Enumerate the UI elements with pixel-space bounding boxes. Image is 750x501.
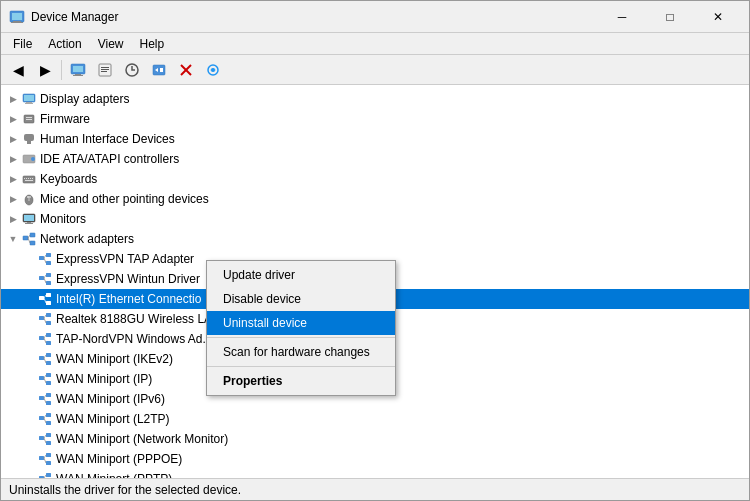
expander-ide[interactable]: ▶ xyxy=(5,151,21,167)
svg-rect-6 xyxy=(75,74,81,75)
toolbar-separator-1 xyxy=(61,60,62,80)
svg-rect-1 xyxy=(12,13,22,20)
firmware-label: Firmware xyxy=(40,112,90,126)
menu-file[interactable]: File xyxy=(5,33,40,54)
wan-pptp-icon xyxy=(37,471,53,478)
svg-rect-101 xyxy=(39,456,44,460)
svg-rect-102 xyxy=(46,453,51,457)
menu-action[interactable]: Action xyxy=(40,33,89,54)
menu-view[interactable]: View xyxy=(90,33,132,54)
ide-label: IDE ATA/ATAPI controllers xyxy=(40,152,179,166)
svg-line-50 xyxy=(28,238,30,243)
svg-rect-31 xyxy=(23,176,35,183)
svg-line-89 xyxy=(44,395,46,398)
svg-rect-78 xyxy=(46,361,51,365)
svg-rect-57 xyxy=(46,273,51,277)
toolbar-computer[interactable] xyxy=(65,57,91,83)
wan-ip-icon xyxy=(37,371,53,387)
menu-help[interactable]: Help xyxy=(132,33,173,54)
maximize-button[interactable]: □ xyxy=(647,1,693,33)
expander-monitors[interactable]: ▶ xyxy=(5,211,21,227)
svg-rect-22 xyxy=(26,102,32,103)
ctx-update-driver[interactable]: Update driver xyxy=(207,263,395,287)
tree-item-firmware[interactable]: ▶ Firmware xyxy=(1,109,749,129)
svg-line-60 xyxy=(44,278,46,283)
ctx-properties[interactable]: Properties xyxy=(207,369,395,393)
ctx-separator-2 xyxy=(207,366,395,367)
svg-rect-27 xyxy=(24,134,34,141)
svg-rect-28 xyxy=(27,141,31,144)
svg-rect-87 xyxy=(46,393,51,397)
svg-line-74 xyxy=(44,335,46,338)
ctx-scan-hardware[interactable]: Scan for hardware changes xyxy=(207,340,395,364)
tree-item-display[interactable]: ▶ Display adapters xyxy=(1,89,749,109)
expander-firmware[interactable]: ▶ xyxy=(5,111,21,127)
toolbar-uninstall[interactable] xyxy=(173,57,199,83)
toolbar-scan[interactable] xyxy=(200,57,226,83)
svg-rect-36 xyxy=(32,178,33,179)
network-icon xyxy=(21,231,37,247)
svg-line-94 xyxy=(44,415,46,418)
svg-line-80 xyxy=(44,358,46,363)
keyboards-label: Keyboards xyxy=(40,172,97,186)
expander-hid[interactable]: ▶ xyxy=(5,131,21,147)
svg-line-69 xyxy=(44,315,46,318)
hid-label: Human Interface Devices xyxy=(40,132,175,146)
svg-rect-35 xyxy=(30,178,31,179)
ctx-disable-device[interactable]: Disable device xyxy=(207,287,395,311)
svg-line-64 xyxy=(44,295,46,298)
firmware-icon xyxy=(21,111,37,127)
wan-ikev2-label: WAN Miniport (IKEv2) xyxy=(56,352,173,366)
expander-mice[interactable]: ▶ xyxy=(5,191,21,207)
svg-rect-47 xyxy=(30,233,35,237)
tree-item-monitors[interactable]: ▶ Monitors xyxy=(1,209,749,229)
toolbar-forward[interactable]: ▶ xyxy=(32,57,58,83)
realtek-icon xyxy=(37,311,53,327)
svg-rect-7 xyxy=(73,75,83,76)
expressvpn-wintun-label: ExpressVPN Wintun Driver xyxy=(56,272,200,286)
tree-item-ide[interactable]: ▶ IDE ATA/ATAPI controllers xyxy=(1,149,749,169)
window-icon xyxy=(9,9,25,25)
svg-rect-15 xyxy=(160,68,163,72)
wan-network-monitor-icon xyxy=(37,431,53,447)
tree-item-network[interactable]: ▼ Network adapters xyxy=(1,229,749,249)
content-area: ▶ Display adapters ▶ Firmware ▶ xyxy=(1,85,749,478)
svg-rect-66 xyxy=(39,316,44,320)
toolbar-rollback[interactable] xyxy=(146,57,172,83)
svg-rect-43 xyxy=(24,215,34,221)
tree-item-keyboards[interactable]: ▶ Keyboards xyxy=(1,169,749,189)
svg-line-55 xyxy=(44,258,46,263)
toolbar-update[interactable] xyxy=(119,57,145,83)
tree-item-hid[interactable]: ▶ Human Interface Devices xyxy=(1,129,749,149)
toolbar-back[interactable]: ◀ xyxy=(5,57,31,83)
tree-item-wan-pptp[interactable]: WAN Miniport (PPTP) xyxy=(1,469,749,478)
svg-line-85 xyxy=(44,378,46,383)
svg-rect-13 xyxy=(153,65,165,75)
svg-rect-67 xyxy=(46,313,51,317)
wan-ikev2-icon xyxy=(37,351,53,367)
expressvpn-wintun-icon xyxy=(37,271,53,287)
close-button[interactable]: ✕ xyxy=(695,1,741,33)
svg-rect-45 xyxy=(25,223,33,224)
status-text: Uninstalls the driver for the selected d… xyxy=(9,483,241,497)
expander-display[interactable]: ▶ xyxy=(5,91,21,107)
svg-line-104 xyxy=(44,455,46,458)
ctx-uninstall-device[interactable]: Uninstall device xyxy=(207,311,395,335)
svg-rect-68 xyxy=(46,321,51,325)
tree-item-wan-pppoe[interactable]: WAN Miniport (PPPOE) xyxy=(1,449,749,469)
svg-line-90 xyxy=(44,398,46,403)
wan-ip-label: WAN Miniport (IP) xyxy=(56,372,152,386)
expander-network[interactable]: ▼ xyxy=(5,231,21,247)
expander-keyboards[interactable]: ▶ xyxy=(5,171,21,187)
tree-item-mice[interactable]: ▶ Mice and other pointing devices xyxy=(1,189,749,209)
svg-line-99 xyxy=(44,435,46,438)
toolbar-properties[interactable] xyxy=(92,57,118,83)
tree-item-wan-network-monitor[interactable]: WAN Miniport (Network Monitor) xyxy=(1,429,749,449)
tree-item-wan-l2tp[interactable]: WAN Miniport (L2TP) xyxy=(1,409,749,429)
svg-line-95 xyxy=(44,418,46,423)
svg-rect-44 xyxy=(27,222,31,223)
minimize-button[interactable]: ─ xyxy=(599,1,645,33)
wan-l2tp-icon xyxy=(37,411,53,427)
svg-rect-73 xyxy=(46,341,51,345)
svg-line-75 xyxy=(44,338,46,343)
